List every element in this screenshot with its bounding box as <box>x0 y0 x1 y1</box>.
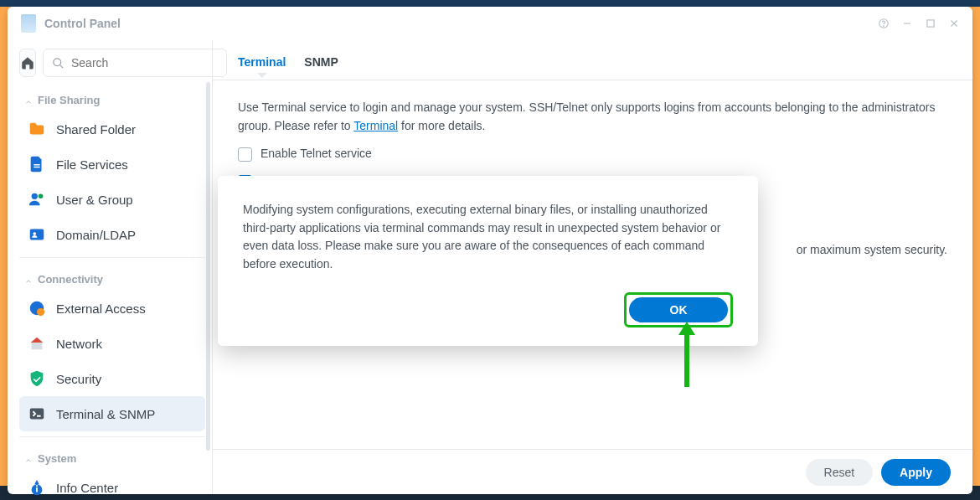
svg-rect-11 <box>30 409 44 420</box>
chevron-up-icon <box>24 276 33 284</box>
help-icon[interactable] <box>872 12 895 35</box>
ok-button[interactable]: OK <box>629 297 728 322</box>
svg-point-7 <box>33 232 36 235</box>
intro-text: Use Terminal service to login and manage… <box>238 99 947 135</box>
file-icon <box>28 155 46 173</box>
sidebar-item-label: External Access <box>56 302 146 316</box>
sidebar-item-terminal-snmp[interactable]: Terminal & SNMP <box>19 396 205 431</box>
svg-rect-10 <box>32 343 43 349</box>
search-input[interactable] <box>71 56 218 70</box>
svg-point-4 <box>32 193 38 199</box>
svg-rect-2 <box>927 20 934 27</box>
section-system[interactable]: System <box>19 442 205 470</box>
search-input-wrap[interactable] <box>43 49 227 77</box>
sidebar-item-label: Info Center <box>56 481 118 495</box>
tab-snmp[interactable]: SNMP <box>304 55 338 80</box>
security-hint-fragment: or maximum system security. <box>797 241 947 260</box>
button-label: Apply <box>900 466 932 479</box>
sidebar-item-label: Network <box>56 337 102 351</box>
sidebar-item-label: User & Group <box>56 193 133 207</box>
svg-point-9 <box>37 308 44 316</box>
sidebar-item-security[interactable]: Security <box>19 361 205 396</box>
section-file-sharing[interactable]: File Sharing <box>19 84 205 111</box>
svg-point-5 <box>39 194 44 199</box>
window-title: Control Panel <box>44 17 121 30</box>
tab-label: SNMP <box>304 55 338 69</box>
checkbox-unchecked-icon[interactable] <box>238 147 252 162</box>
divider <box>19 436 205 437</box>
svg-rect-6 <box>30 229 44 240</box>
section-label: Connectivity <box>38 273 103 286</box>
sidebar-item-label: Terminal & SNMP <box>56 407 155 421</box>
terminal-icon <box>28 405 46 423</box>
sidebar-item-label: Shared Folder <box>56 122 136 137</box>
enable-telnet-row[interactable]: Enable Telnet service <box>238 145 947 163</box>
sidebar-item-user-group[interactable]: User & Group <box>19 182 205 217</box>
sidebar-item-label: File Services <box>56 157 128 172</box>
sidebar-item-external-access[interactable]: External Access <box>19 291 205 326</box>
sidebar-scrollbar[interactable] <box>206 82 210 451</box>
dialog-message: Modifying system configurations, executi… <box>243 201 733 274</box>
svg-point-3 <box>54 58 61 65</box>
sidebar-item-label: Security <box>56 372 101 386</box>
network-icon <box>28 334 46 353</box>
search-icon <box>52 57 64 70</box>
tab-terminal[interactable]: Terminal <box>238 55 286 80</box>
home-button[interactable] <box>19 49 36 77</box>
close-icon[interactable] <box>942 12 966 35</box>
divider <box>19 257 205 258</box>
reset-button[interactable]: Reset <box>806 459 874 486</box>
sidebar-item-info-center[interactable]: Info Center <box>19 470 205 500</box>
minimize-icon[interactable] <box>895 12 919 35</box>
section-label: File Sharing <box>38 94 100 106</box>
control-panel-icon <box>21 14 36 33</box>
sidebar-item-network[interactable]: Network <box>19 326 205 361</box>
shield-icon <box>28 369 46 388</box>
folder-icon <box>28 120 46 138</box>
svg-point-1 <box>884 26 885 27</box>
section-label: System <box>38 452 76 465</box>
apply-button[interactable]: Apply <box>881 459 951 486</box>
button-label: OK <box>670 303 688 317</box>
annotation-arrow-icon <box>677 320 697 387</box>
checkbox-label: Enable Telnet service <box>260 145 372 163</box>
sidebar-item-shared-folder[interactable]: Shared Folder <box>19 111 205 147</box>
id-card-icon <box>28 225 46 244</box>
sidebar-item-file-services[interactable]: File Services <box>19 147 205 182</box>
terminal-help-link[interactable]: Terminal <box>353 119 398 132</box>
globe-link-icon <box>28 299 46 317</box>
titlebar: Control Panel <box>8 7 972 40</box>
tab-label: Terminal <box>238 55 286 69</box>
sidebar-item-domain-ldap[interactable]: Domain/LDAP <box>19 217 205 252</box>
section-connectivity[interactable]: Connectivity <box>19 263 205 291</box>
button-label: Reset <box>824 466 855 479</box>
info-icon <box>28 478 46 497</box>
sidebar: File Sharing Shared Folder File Services… <box>8 40 213 494</box>
sidebar-item-label: Domain/LDAP <box>56 228 136 242</box>
users-icon <box>28 190 46 209</box>
chevron-up-icon <box>24 455 33 463</box>
tabs: Terminal SNMP <box>213 40 972 80</box>
footer: Reset Apply <box>213 449 972 494</box>
maximize-icon[interactable] <box>919 12 942 35</box>
chevron-up-icon <box>24 96 33 105</box>
